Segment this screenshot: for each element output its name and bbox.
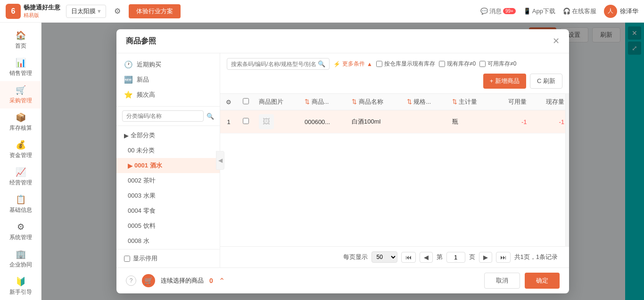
- collapse-btn[interactable]: ◀: [216, 151, 224, 170]
- cat-item-water[interactable]: 0008 水: [116, 233, 220, 249]
- last-page-btn[interactable]: ⏭: [496, 252, 511, 263]
- page-suffix: 页: [469, 253, 475, 261]
- available-stock-checkbox[interactable]: [479, 61, 486, 67]
- enterprise-icon: 🏢: [16, 249, 26, 259]
- modal-header: 商品参照 ✕: [116, 29, 569, 53]
- sidebar-item-home[interactable]: 🏠 首页: [0, 26, 41, 54]
- more-conditions-btn[interactable]: ⚡ 更多条件 ▲: [333, 60, 372, 68]
- message-icon: 💬: [480, 8, 488, 15]
- cell-num: 1: [220, 110, 237, 133]
- by-warehouse-checkbox[interactable]: [376, 61, 382, 67]
- cat-item-fruit[interactable]: 0003 水果: [116, 188, 220, 203]
- table-scrollbar[interactable]: [565, 94, 569, 246]
- footer-right: 取消 确定: [484, 273, 560, 289]
- sidebar-item-inventory[interactable]: 📦 库存核算: [0, 108, 41, 136]
- col-stock: 现存量: [531, 94, 569, 110]
- sort-unit-icon: ⇅: [452, 98, 457, 105]
- sidebar-item-enterprise[interactable]: 🏢 企业协同: [0, 245, 41, 273]
- sort-name-icon: ⇅: [352, 98, 357, 105]
- show-disabled-row: 显示停用: [116, 249, 220, 267]
- app-download-item[interactable]: 📱 App下载: [523, 7, 555, 16]
- cat-item-alcohol[interactable]: ▶0001 酒水: [116, 158, 220, 173]
- quick-nav-item-frequent[interactable]: ⭐ 频次高: [116, 87, 220, 102]
- cat-item-uncategorized[interactable]: 00 未分类: [116, 143, 220, 158]
- collapse-arrow-icon[interactable]: ⌃: [219, 276, 225, 285]
- help-icon-btn[interactable]: ?: [126, 275, 136, 286]
- chevron-down-icon: ▾: [98, 8, 101, 15]
- cat-item-beverage[interactable]: 0005 饮料: [116, 218, 220, 233]
- col-checkbox[interactable]: [237, 94, 254, 110]
- next-page-btn[interactable]: ▶: [479, 252, 492, 263]
- cell-available: -1: [494, 110, 531, 133]
- cart-btn[interactable]: 🛒: [142, 274, 155, 287]
- search-icon[interactable]: 🔍: [206, 113, 214, 120]
- mobile-icon: 📱: [523, 8, 531, 15]
- cancel-btn[interactable]: 取消: [484, 273, 520, 289]
- available-stock-checkbox-label[interactable]: 可用库存≠0: [479, 60, 516, 68]
- quick-nav-item-new[interactable]: 🆕 新品: [116, 72, 220, 87]
- cat-item-all[interactable]: ▶全部分类: [116, 128, 220, 143]
- cell-code: 000600...: [300, 110, 347, 133]
- purchase-icon: 🛒: [16, 85, 26, 95]
- has-stock-checkbox[interactable]: [439, 61, 445, 67]
- topnav-right: 💬 消息 99+ 📱 App下载 🎧 在线客服 人 徐泽华: [480, 5, 638, 18]
- col-unit[interactable]: ⇅ 主计量: [447, 94, 494, 110]
- confirm-btn[interactable]: 确定: [525, 273, 560, 289]
- cell-checkbox[interactable]: [237, 110, 254, 133]
- sidebar-item-sales[interactable]: 📊 销售管理: [0, 54, 41, 81]
- col-available[interactable]: 可用量: [494, 94, 531, 110]
- quick-nav-item-recent[interactable]: 🕐 近期购买: [116, 57, 220, 72]
- select-all-checkbox[interactable]: [243, 98, 249, 104]
- filter-bar: 🔍 ⚡ 更多条件 ▲ 按仓库显示现有库存: [220, 53, 569, 94]
- page-input[interactable]: [446, 252, 465, 263]
- cell-unit: 瓶: [447, 110, 494, 133]
- per-page-select[interactable]: 50 100: [372, 251, 397, 263]
- cell-name: 白酒100ml: [347, 110, 402, 133]
- operations-icon: 📈: [16, 167, 26, 177]
- star-icon: ⭐: [124, 91, 133, 99]
- show-disabled-label: 显示停用: [133, 254, 157, 263]
- logo-text: 畅捷通好生意 精易版: [24, 4, 60, 18]
- filter-icon: ⚡: [333, 61, 340, 67]
- col-settings[interactable]: ⚙: [220, 94, 237, 110]
- refresh-btn[interactable]: C 刷新: [530, 74, 562, 89]
- sidebar-item-purchase[interactable]: 🛒 采购管理: [0, 81, 41, 108]
- sort-code-icon: ⇅: [305, 98, 310, 105]
- product-search-icon[interactable]: 🔍: [318, 60, 325, 67]
- col-name[interactable]: ⇅ 商品名称: [347, 94, 402, 110]
- product-search-input[interactable]: [231, 61, 316, 67]
- inventory-icon: 📦: [16, 112, 26, 123]
- category-search-input[interactable]: [122, 110, 204, 122]
- by-warehouse-checkbox-label[interactable]: 按仓库显示现有库存: [376, 60, 435, 68]
- show-disabled-checkbox[interactable]: [124, 256, 130, 262]
- sidebar-item-guide[interactable]: 🔰 新手引导: [0, 273, 41, 300]
- service-item[interactable]: 🎧 在线客服: [563, 7, 596, 16]
- sidebar-item-basics[interactable]: 📋 基础信息: [0, 191, 41, 218]
- sidebar-item-system[interactable]: ⚙ 系统管理: [0, 218, 41, 245]
- row-checkbox[interactable]: [243, 118, 249, 124]
- sort-spec-icon: ⇅: [407, 98, 412, 105]
- logo-area: 6 畅捷通好生意 精易版: [6, 4, 60, 19]
- user-info[interactable]: 人 徐泽华: [604, 5, 638, 18]
- col-code[interactable]: ⇅ 商品...: [300, 94, 347, 110]
- modal-right-panel: 🔍 ⚡ 更多条件 ▲ 按仓库显示现有库存: [220, 53, 569, 267]
- modal-close-icon[interactable]: ✕: [553, 36, 560, 46]
- first-page-btn[interactable]: ⏮: [401, 252, 416, 263]
- cat-item-tea[interactable]: 0002 茶叶: [116, 173, 220, 188]
- cat-item-snacks[interactable]: 0004 零食: [116, 203, 220, 218]
- prev-page-btn[interactable]: ◀: [420, 252, 433, 263]
- gear-icon[interactable]: ⚙: [110, 4, 125, 19]
- selected-count: 0: [209, 277, 213, 284]
- col-spec[interactable]: ⇅ 规格...: [402, 94, 447, 110]
- sidebar: 🏠 首页 📊 销售管理 🛒 采购管理 📦 库存核算 💰 资金管理 📈 经营管理 …: [0, 23, 41, 300]
- add-product-btn[interactable]: + 新增商品: [483, 74, 526, 89]
- sidebar-item-operations[interactable]: 📈 经营管理: [0, 163, 41, 191]
- topnav: 6 畅捷通好生意 精易版 日太阳膜 ▾ ⚙ 体验行业方案 💬 消息 99+ 📱 …: [0, 0, 644, 23]
- has-stock-checkbox-label[interactable]: 现有库存≠0: [439, 60, 476, 68]
- trial-btn[interactable]: 体验行业方案: [129, 4, 181, 18]
- sidebar-item-finance[interactable]: 💰 资金管理: [0, 136, 41, 163]
- store-selector[interactable]: 日太阳膜 ▾: [66, 5, 106, 18]
- table-row[interactable]: 1 🖼 000600... 白酒100ml 瓶: [220, 110, 569, 133]
- avatar: 人: [604, 5, 617, 18]
- message-item[interactable]: 💬 消息 99+: [480, 7, 516, 16]
